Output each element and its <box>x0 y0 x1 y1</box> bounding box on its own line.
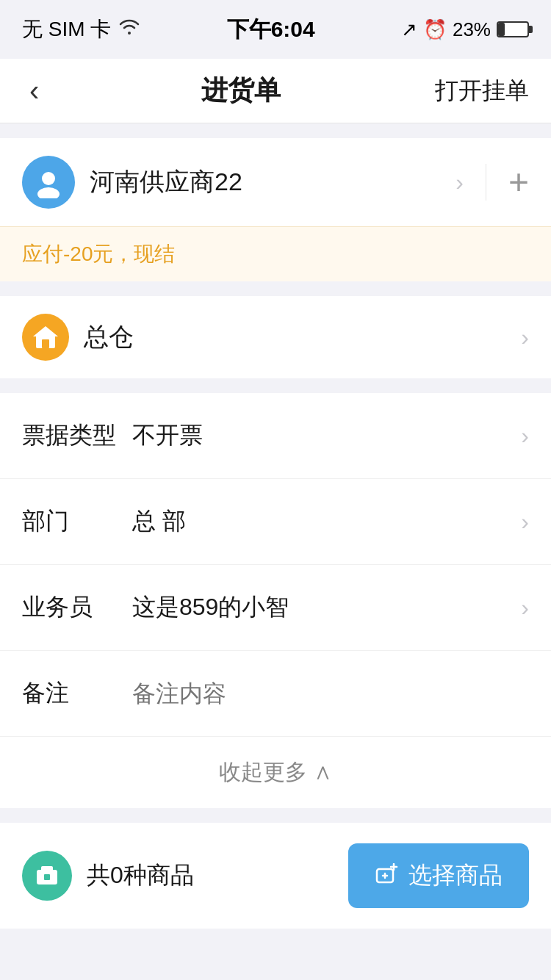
status-right: ↗ ⏰ 23% <box>401 18 529 41</box>
supplier-section-divider <box>486 164 486 201</box>
remark-input[interactable] <box>132 680 529 707</box>
status-time: 下午6:04 <box>227 15 315 45</box>
info-banner: 应付-20元，现结 <box>0 226 551 281</box>
department-chevron-icon: › <box>521 508 529 536</box>
collapse-row: 收起更多 ∧ <box>0 736 551 808</box>
supplier-section: 河南供应商22 › + 应付-20元，现结 <box>0 138 551 281</box>
warehouse-row[interactable]: 总仓 › <box>0 296 551 378</box>
battery-icon <box>497 21 529 37</box>
department-row[interactable]: 部门 总 部 › <box>0 479 551 565</box>
salesperson-label: 业务员 <box>22 591 125 624</box>
collapse-button[interactable]: 收起更多 ∧ <box>219 757 331 788</box>
nav-bar: ‹ 进货单 打开挂单 <box>0 59 551 123</box>
supplier-avatar <box>22 156 75 209</box>
svg-rect-4 <box>42 339 49 348</box>
back-button[interactable]: ‹ <box>22 67 46 115</box>
status-bar: 无 SIM 卡 下午6:04 ↗ ⏰ 23% <box>0 0 551 59</box>
salesperson-row[interactable]: 业务员 这是859的小智 › <box>0 565 551 651</box>
department-value: 总 部 <box>132 505 521 538</box>
remark-label: 备注 <box>22 677 125 710</box>
select-product-button[interactable]: 选择商品 <box>348 843 529 908</box>
invoice-type-row[interactable]: 票据类型 不开票 › <box>0 393 551 479</box>
supplier-chevron-icon: › <box>455 169 464 196</box>
salesperson-chevron-icon: › <box>521 594 529 621</box>
wifi-icon <box>118 18 140 41</box>
invoice-type-value: 不开票 <box>132 419 521 452</box>
page-title: 进货单 <box>201 73 281 109</box>
status-left: 无 SIM 卡 <box>22 15 140 43</box>
section-divider-1 <box>0 123 551 138</box>
product-count-label: 共0种商品 <box>87 860 348 892</box>
location-icon: ↗ <box>401 18 417 41</box>
select-product-icon <box>375 863 400 888</box>
form-section: 票据类型 不开票 › 部门 总 部 › 业务员 这是859的小智 › 备注 <box>0 393 551 736</box>
svg-rect-7 <box>44 874 50 880</box>
warehouse-name: 总仓 <box>84 320 521 354</box>
warehouse-icon <box>22 314 69 361</box>
supplier-name: 河南供应商22 <box>90 165 455 199</box>
carrier-label: 无 SIM 卡 <box>22 15 111 43</box>
open-pending-button[interactable]: 打开挂单 <box>435 75 529 107</box>
battery-percentage: 23% <box>453 18 491 41</box>
supplier-row[interactable]: 河南供应商22 › + <box>0 138 551 226</box>
gray-background-area <box>0 929 551 980</box>
invoice-type-label: 票据类型 <box>22 419 125 452</box>
svg-rect-6 <box>41 866 53 872</box>
product-icon <box>22 851 72 901</box>
warehouse-chevron-icon: › <box>521 324 529 351</box>
add-button[interactable]: + <box>508 165 529 200</box>
product-bottom-section: 共0种商品 选择商品 <box>0 823 551 929</box>
svg-point-1 <box>37 187 60 198</box>
department-label: 部门 <box>22 505 125 538</box>
salesperson-value: 这是859的小智 <box>132 591 521 624</box>
warehouse-section: 总仓 › <box>0 296 551 378</box>
invoice-type-chevron-icon: › <box>521 422 529 450</box>
remark-row[interactable]: 备注 <box>0 651 551 736</box>
alarm-icon: ⏰ <box>423 18 447 41</box>
svg-marker-3 <box>33 326 58 336</box>
svg-point-0 <box>42 172 55 185</box>
select-product-label: 选择商品 <box>408 860 503 892</box>
